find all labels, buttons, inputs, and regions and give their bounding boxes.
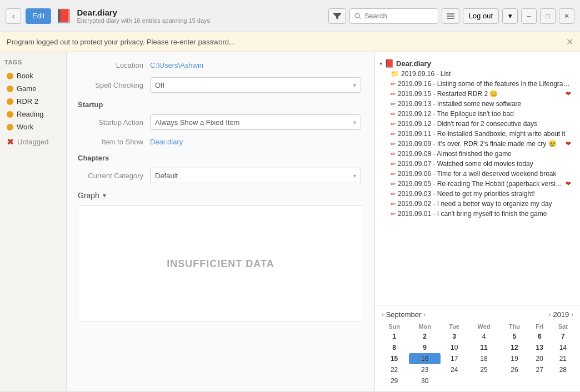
pen-icon: ✏ — [391, 91, 396, 98]
calendar-day[interactable]: 7 — [551, 331, 576, 342]
calendar-day[interactable]: 28 — [551, 364, 576, 375]
hamburger-button[interactable] — [442, 8, 459, 24]
item-to-show-row: Item to Show Dear.diary — [78, 138, 363, 146]
calendar-day[interactable]: 11 — [468, 342, 500, 353]
prev-year-button[interactable]: ‹ — [547, 310, 553, 319]
calendar-day[interactable]: 21 — [551, 353, 576, 364]
graph-title: Graph — [78, 191, 99, 200]
calendar-day-header: Sun — [379, 322, 409, 331]
calendar-day[interactable]: 13 — [529, 342, 551, 353]
entry-text: 2019.09.01 - I can't bring myself to fin… — [398, 210, 571, 218]
location-value[interactable]: C:\Users\Ashwin — [150, 61, 203, 69]
next-year-button[interactable]: › — [569, 310, 576, 319]
location-label: Location — [78, 61, 150, 69]
calendar-day — [468, 375, 500, 386]
calendar-day[interactable]: 29 — [379, 375, 409, 386]
calendar-day[interactable]: 30 — [409, 375, 441, 386]
list-item[interactable]: ✏2019.09.03 - Need to get my priorities … — [379, 189, 576, 199]
search-box[interactable] — [349, 8, 438, 24]
calendar-day[interactable]: 16 — [409, 353, 441, 364]
back-button[interactable]: ‹ — [6, 8, 21, 24]
calendar-day[interactable]: 18 — [468, 353, 500, 364]
startup-section-title: Startup — [78, 100, 363, 109]
list-item[interactable]: ✏2019.09.05 - Re-reading The Hobbit (pap… — [379, 179, 576, 189]
list-item[interactable]: ✏2019.09.12 - Didn't read for 2 consecut… — [379, 119, 576, 129]
calendar-day[interactable]: 17 — [441, 353, 468, 364]
calendar-day[interactable]: 26 — [500, 364, 529, 375]
calendar-day[interactable]: 20 — [529, 353, 551, 364]
filter-button[interactable] — [328, 8, 346, 24]
list-item[interactable]: ✏2019.09.02 - I need a better way to org… — [379, 199, 576, 209]
chevron-down-button[interactable]: ▾ — [502, 8, 518, 24]
calendar-day[interactable]: 14 — [551, 342, 576, 353]
sidebar-item-rdr2[interactable]: RDR 2 — [4, 96, 62, 107]
calendar-day[interactable]: 5 — [500, 331, 529, 342]
sidebar-item-game[interactable]: Game — [4, 83, 62, 94]
minimize-button[interactable]: – — [521, 8, 537, 24]
graph-header[interactable]: Graph ▾ — [78, 191, 363, 200]
list-item[interactable]: 📁2019.09.16 - List — [379, 69, 576, 79]
sidebar-item-reading[interactable]: Reading — [4, 108, 62, 120]
list-item[interactable]: ✏2019.09.07 - Watched some old movies to… — [379, 159, 576, 169]
notification-close-button[interactable]: ✕ — [566, 37, 573, 47]
calendar-day[interactable]: 9 — [409, 342, 441, 353]
calendar-day[interactable]: 24 — [441, 364, 468, 375]
calendar-day[interactable]: 27 — [529, 364, 551, 375]
current-category-select[interactable]: Default ▾ — [150, 168, 361, 183]
sidebar-item-untagged[interactable]: ✖ Untagged — [4, 135, 62, 149]
calendar-day[interactable]: 1 — [379, 331, 409, 342]
calendar-day[interactable]: 23 — [409, 364, 441, 375]
list-item[interactable]: ✏2019.09.06 - Time for a well deserved w… — [379, 169, 576, 179]
list-item[interactable]: ✏2019.09.13 - Installed some new softwar… — [379, 99, 576, 109]
startup-action-select[interactable]: Always Show a Fixed Item ▾ — [150, 114, 361, 130]
prev-month-button[interactable]: ‹ — [379, 310, 386, 319]
calendar-day[interactable]: 3 — [441, 331, 468, 342]
entry-text: 2019.09.07 - Watched some old movies tod… — [398, 160, 571, 168]
calendar-day[interactable]: 6 — [529, 331, 551, 342]
list-item[interactable]: ✏2019.09.09 - It's over. RDR 2's finale … — [379, 139, 576, 149]
list-item[interactable]: ✏2019.09.12 - The Epilogue isn't too bad — [379, 109, 576, 119]
tree-root-item[interactable]: ▾ 📕 Dear.diary — [379, 58, 576, 69]
list-item[interactable]: ✏2019.09.16 - Listing some of the featur… — [379, 79, 576, 89]
calendar-day[interactable]: 4 — [468, 331, 500, 342]
calendar-day[interactable]: 15 — [379, 353, 409, 364]
titlebar: ‹ Edit 📕 Dear.diary Encrypted diary with… — [0, 0, 580, 32]
calendar-nav: ‹ September › ‹ 2019 › — [379, 310, 576, 319]
calendar-day — [529, 375, 551, 386]
sidebar-item-book[interactable]: Book — [4, 70, 62, 82]
tags-section-title: TAGS — [4, 59, 62, 66]
calendar-day[interactable]: 2 — [409, 331, 441, 342]
calendar-day-header: Sat — [551, 322, 576, 331]
spell-checking-select[interactable]: Off ▾ — [150, 77, 361, 93]
item-to-show-value[interactable]: Dear.diary — [150, 138, 183, 146]
calendar-day[interactable]: 25 — [468, 364, 500, 375]
svg-point-0 — [355, 13, 359, 18]
list-item[interactable]: ✏2019.09.01 - I can't bring myself to fi… — [379, 209, 576, 219]
game-tag-dot — [7, 86, 13, 92]
search-input[interactable] — [364, 12, 431, 20]
pen-icon: ✏ — [391, 110, 396, 118]
titlebar-controls: Log out ▾ – □ ✕ — [328, 8, 574, 24]
calendar-day[interactable]: 22 — [379, 364, 409, 375]
calendar-day[interactable]: 19 — [500, 353, 529, 364]
reading-tag-label: Reading — [17, 110, 43, 118]
calendar-grid: SunMonTueWedThuFriSat 123456789101112131… — [379, 322, 576, 386]
close-button[interactable]: ✕ — [559, 8, 574, 24]
list-item[interactable]: ✏2019.09.08 - Almost finished the game — [379, 149, 576, 159]
calendar-day[interactable]: 12 — [500, 342, 529, 353]
next-month-button[interactable]: › — [421, 310, 428, 319]
logout-button[interactable]: Log out — [463, 8, 499, 24]
list-item[interactable]: ✏2019.09.11 - Re-installed Sandboxie, mi… — [379, 129, 576, 139]
calendar-day[interactable]: 8 — [379, 342, 409, 353]
tree-root-label: Dear.diary — [396, 59, 431, 68]
calendar-year-label: 2019 — [553, 310, 569, 319]
edit-button[interactable]: Edit — [26, 8, 51, 24]
main-layout: TAGS Book Game RDR 2 Reading Work ✖ Unta… — [0, 52, 580, 391]
maximize-button[interactable]: □ — [540, 8, 556, 24]
calendar-day[interactable]: 10 — [441, 342, 468, 353]
list-item[interactable]: ✏2019.09.15 - Restarted RDR 2 😊❤ — [379, 89, 576, 99]
book-tag-label: Book — [17, 72, 33, 80]
sidebar-item-work[interactable]: Work — [4, 121, 62, 133]
untagged-label: Untagged — [17, 138, 48, 146]
tree-expand-icon: ▾ — [379, 61, 382, 67]
